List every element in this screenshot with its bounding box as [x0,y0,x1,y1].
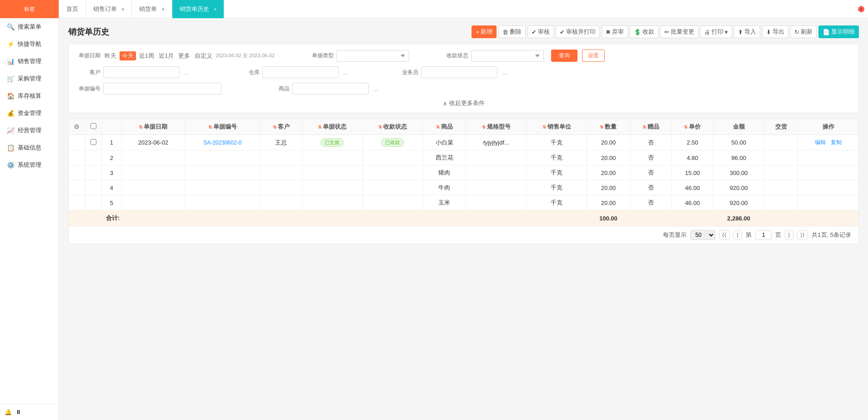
doc-type-select[interactable] [336,50,409,62]
goods-more-btn[interactable]: ... [371,85,381,92]
date-today[interactable]: 今天 [120,51,136,60]
system-icon: ⚙️ [7,161,14,169]
gift-col-header[interactable]: ⇅ 赠品 [630,119,672,135]
sidebar-item-system-mgmt[interactable]: ⚙️ 系统管理 [0,156,59,174]
row-goods: 牛肉 [423,180,466,195]
doc-date-label: 单据日期 [144,123,167,131]
tab-sales-history[interactable]: 销货单历史 × [172,0,224,18]
first-page-btn[interactable]: ⟨⟨ [719,230,730,240]
tab-home[interactable]: 首页 [59,0,86,18]
date-more[interactable]: 更多 [177,51,191,60]
discard-button[interactable]: ✖ 弃审 [602,25,628,38]
settings-col-header[interactable]: ⚙ [69,119,85,135]
row-checkbox[interactable] [85,135,101,150]
warehouse-input[interactable] [262,66,339,78]
discard-icon: ✖ [606,29,611,35]
import-button[interactable]: ⬆ 导入 [734,25,760,38]
date-last-month[interactable]: 近1月 [157,51,175,60]
doc-no-link[interactable]: SA-20230602-0 [203,140,241,146]
tab-sales-history-close[interactable]: × [214,6,216,12]
checkbox-col-header[interactable] [85,119,101,135]
sidebar-item-operations[interactable]: 📈 经营管理 [0,122,59,139]
row-edit-link[interactable]: 编辑 [814,139,827,145]
prev-page-btn[interactable]: ⟨ [733,230,742,240]
sidebar-item-purchase-mgmt[interactable]: 🛒 采购管理 [0,70,59,87]
tab-sales-order[interactable]: 销售订单 × [86,0,132,18]
collapse-btn[interactable]: ∧ 收起更多条件 [76,99,851,107]
row-amount: 300.00 [713,165,764,180]
goods-col-header[interactable]: ⇅ 商品 [423,119,466,135]
unit-price-col-header[interactable]: ⇅ 单价 [672,119,713,135]
next-page-btn[interactable]: ⟩ [785,230,793,240]
audit-print-button[interactable]: ✔ 审核并打印 [556,25,600,38]
date-last7[interactable]: 近1周 [138,51,156,60]
select-all-checkbox[interactable] [90,123,96,129]
date-custom[interactable]: 自定义 [193,51,214,60]
gift-sort-icon: ⇅ [642,125,646,130]
salesman-input[interactable] [421,66,497,78]
sidebar-item-inventory[interactable]: 🏠 库存核算 [0,87,59,105]
spec-col-header[interactable]: ⇅ 规格型号 [466,119,527,135]
settings-button[interactable]: 设置 [582,50,605,62]
row-select-checkbox[interactable] [90,139,96,145]
customer-more-btn[interactable]: ... [182,69,191,76]
page-size-select[interactable]: 50 100 200 [690,230,715,240]
batch-change-button[interactable]: ✏ 批量变更 [660,25,698,38]
date-yesterday[interactable]: 昨天 [103,51,118,60]
tab-sales-goods[interactable]: 销货单 × [132,0,172,18]
row-copy-link[interactable]: 复制 [830,139,843,145]
sidebar-item-search-menu[interactable]: 🔍 搜索菜单 [0,18,59,35]
last-page-btn[interactable]: ⟩⟩ [797,230,808,240]
delete-icon: 🗑 [502,29,508,35]
row-unit: 千克 [527,150,587,165]
show-detail-button[interactable]: 📄 显示明细 [818,25,859,38]
tab-sales-goods-close[interactable]: × [161,6,164,12]
window-close-btn[interactable]: × [858,6,864,12]
row-unit-price: 2.50 [672,135,713,150]
table-wrap: ⚙ ⇅ 单据日期 [68,119,859,244]
row-doc-date: 2023-06-02 [122,135,185,150]
delete-button[interactable]: 🗑 删除 [498,25,526,38]
sidebar-item-finance[interactable]: 💰 资金管理 [0,105,59,122]
filter-row-1: 单据日期 昨天 今天 近1周 近1月 更多 自定义 2023-06-02 至 2… [76,50,851,62]
doc-no-input[interactable] [103,83,221,95]
row-doc-no[interactable]: SA-20230602-0 [185,135,260,150]
sidebar-item-label: 销售管理 [18,57,41,65]
sidebar-item-sales-mgmt[interactable]: 📊 销售管理 [0,53,59,70]
notification-icon[interactable]: 🔔 [5,409,12,415]
doc-status-col-header[interactable]: ⇅ 单据状态 [302,119,362,135]
payment-status-select[interactable] [471,50,544,62]
new-button[interactable]: + 新增 [472,25,497,38]
goods-input[interactable] [292,83,369,95]
unit-price-sort-icon: ⇅ [684,125,687,130]
row-goods: 小白菜 [423,135,466,150]
pause-icon[interactable]: ⏸ [15,409,21,415]
customer-input[interactable] [103,66,180,78]
doc-status-sort-icon: ⇅ [318,125,321,130]
row-doc-date [122,150,185,165]
customer-col-header[interactable]: ⇅ 客户 [260,119,302,135]
doc-status-badge: 已生效 [321,138,344,147]
settings-gear-icon[interactable]: ⚙ [74,123,80,130]
sidebar-item-basic-info[interactable]: 📋 基础信息 [0,139,59,156]
search-button[interactable]: 查询 [551,50,577,62]
audit-button[interactable]: ✔ 审核 [527,25,554,38]
sidebar-item-label: 搜索菜单 [18,23,41,31]
page-number-input[interactable] [755,230,772,240]
refresh-button[interactable]: ↻ 刷新 [790,25,817,38]
quantity-col-header[interactable]: ⇅ 数量 [587,119,630,135]
print-button[interactable]: 🖨 打印 ▾ [700,25,732,38]
filter-row-3: 单据编号 商品 ... [76,83,851,95]
receive-button[interactable]: 💲 收款 [630,25,658,38]
payment-status-col-header[interactable]: ⇅ 收款状态 [362,119,423,135]
warehouse-more-btn[interactable]: ... [341,69,351,76]
sidebar-item-quick-nav[interactable]: ⚡ 快捷导航 [0,35,59,53]
export-button[interactable]: ⬇ 导出 [762,25,788,38]
doc-no-col-header[interactable]: ⇅ 单据编号 [185,119,260,135]
transaction-col-header: 交货 [764,119,798,135]
unit-col-header[interactable]: ⇅ 销售单位 [527,119,587,135]
doc-date-col-header[interactable]: ⇅ 单据日期 [122,119,185,135]
tab-sales-order-close[interactable]: × [121,6,124,12]
salesman-more-btn[interactable]: ... [500,69,509,76]
customer-label: 客户 [76,69,100,76]
